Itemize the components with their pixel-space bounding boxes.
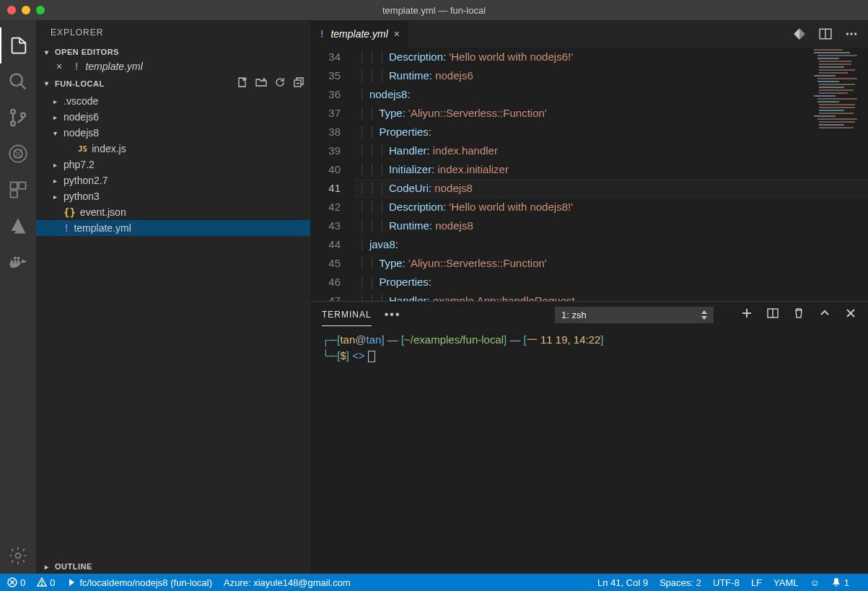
new-file-icon[interactable] <box>237 76 248 90</box>
activity-settings[interactable] <box>0 538 36 574</box>
activity-azure[interactable] <box>0 208 36 244</box>
window-close-button[interactable] <box>7 6 16 14</box>
outline-header[interactable]: ▸ OUTLINE <box>36 559 310 574</box>
status-notifications[interactable]: 1 <box>831 577 849 588</box>
svg-rect-10 <box>11 261 14 263</box>
status-azure[interactable]: Azure: xiayule148@gmail.com <box>224 577 351 588</box>
tree-folder[interactable]: ▸php7.2 <box>36 157 310 172</box>
tree-file[interactable]: JSindex.js <box>36 141 310 157</box>
tree-folder[interactable]: ▸nodejs6 <box>36 109 310 125</box>
svg-rect-11 <box>14 261 17 263</box>
open-editors-header[interactable]: ▾ OPEN EDITORS <box>36 45 310 59</box>
collapse-all-icon[interactable] <box>293 76 304 90</box>
activity-source-control[interactable] <box>0 100 36 136</box>
svg-rect-34 <box>819 84 855 85</box>
svg-rect-29 <box>819 69 855 71</box>
status-encoding[interactable]: UTF-8 <box>713 577 740 588</box>
status-spaces[interactable]: Spaces: 2 <box>659 577 701 588</box>
svg-point-60 <box>42 585 43 585</box>
folder-name: .vscode <box>63 95 98 107</box>
refresh-icon[interactable] <box>274 76 286 90</box>
svg-rect-22 <box>814 49 843 51</box>
window-maximize-button[interactable] <box>36 6 45 14</box>
editor-area: !template.yml× 3435363738394041424344454… <box>310 20 868 574</box>
tree-folder[interactable]: ▸.vscode <box>36 93 310 109</box>
svg-point-3 <box>11 121 15 126</box>
svg-rect-8 <box>19 183 25 189</box>
activity-docker[interactable] <box>0 244 36 280</box>
svg-rect-48 <box>819 124 844 126</box>
kill-terminal-icon[interactable] <box>793 307 805 322</box>
tree-folder[interactable]: ▸python3 <box>36 188 310 204</box>
tree-folder[interactable]: ▾nodejs8 <box>36 125 310 141</box>
close-terminal-icon[interactable] <box>845 307 856 322</box>
close-tab-icon[interactable]: × <box>394 28 400 40</box>
open-editor-item[interactable]: ×!template.yml <box>36 59 310 74</box>
project-header[interactable]: ▾ FUN-LOCAL <box>36 74 310 93</box>
status-context[interactable]: fc/localdemo/nodejs8 (fun-local) <box>66 577 212 588</box>
outline-label: OUTLINE <box>55 562 92 571</box>
svg-point-20 <box>850 32 852 35</box>
split-editor-icon[interactable] <box>819 27 832 40</box>
svg-point-21 <box>854 32 856 35</box>
svg-rect-7 <box>11 183 17 189</box>
status-feedback[interactable]: ☺ <box>810 577 819 588</box>
svg-rect-43 <box>819 110 844 111</box>
activity-search[interactable] <box>0 64 36 100</box>
file-name: index.js <box>92 143 126 154</box>
terminal-tab[interactable]: TERMINAL <box>322 304 372 326</box>
editor-tab[interactable]: !template.yml× <box>310 20 409 48</box>
new-terminal-icon[interactable] <box>741 307 753 322</box>
status-warnings[interactable]: 0 <box>37 577 55 588</box>
new-folder-icon[interactable] <box>255 76 267 90</box>
svg-rect-49 <box>819 127 854 128</box>
svg-rect-38 <box>814 95 836 97</box>
folder-name: nodejs6 <box>63 111 99 123</box>
svg-rect-39 <box>817 98 857 100</box>
svg-rect-12 <box>17 261 20 263</box>
minimap[interactable] <box>810 48 868 156</box>
tree-file[interactable]: !template.yml <box>36 220 310 236</box>
terminal-more-icon[interactable]: ••• <box>385 308 401 321</box>
folder-name: php7.2 <box>63 159 95 170</box>
folder-name: nodejs8 <box>63 127 99 139</box>
tree-folder[interactable]: ▸python2.7 <box>36 172 310 188</box>
maximize-terminal-icon[interactable] <box>819 307 830 322</box>
chevron-right-icon: ▸ <box>42 563 52 571</box>
svg-rect-44 <box>819 113 854 114</box>
status-eol[interactable]: LF <box>751 577 762 588</box>
code-editor[interactable]: 3435363738394041424344454647 │ │ │ Descr… <box>310 48 868 301</box>
split-terminal-icon[interactable] <box>767 307 779 322</box>
terminal-panel: TERMINAL ••• 1: zsh ┌─[tan@tan] — [~/exa… <box>310 301 868 574</box>
svg-rect-45 <box>814 115 836 117</box>
terminal-selector[interactable]: 1: zsh <box>555 307 714 323</box>
status-errors[interactable]: 0 <box>7 577 25 588</box>
more-actions-icon[interactable] <box>845 27 858 40</box>
gutter: 3435363738394041424344454647 <box>310 48 354 301</box>
svg-rect-37 <box>819 92 848 94</box>
tree-file[interactable]: {}event.json <box>36 204 310 220</box>
window-minimize-button[interactable] <box>22 6 30 14</box>
status-position[interactable]: Ln 41, Col 9 <box>597 577 648 588</box>
close-icon[interactable]: × <box>56 61 68 72</box>
terminal-body[interactable]: ┌─[tan@tan] — [~/examples/fun-local] — [… <box>310 328 868 574</box>
svg-rect-46 <box>817 118 857 120</box>
file-icon: JS <box>78 144 87 154</box>
activity-debug[interactable] <box>0 136 36 172</box>
compare-icon[interactable] <box>793 27 806 40</box>
status-lang[interactable]: YAML <box>773 577 798 588</box>
file-name: template.yml <box>74 222 131 234</box>
activity-explorer[interactable] <box>0 27 36 64</box>
svg-point-15 <box>16 553 21 559</box>
code-content[interactable]: │ │ │ Description: 'Hello world with nod… <box>354 48 868 301</box>
chevron-right-icon: ▸ <box>51 177 59 185</box>
file-name: event.json <box>80 206 126 218</box>
activity-extensions[interactable] <box>0 172 36 208</box>
svg-rect-14 <box>17 257 20 260</box>
chevron-right-icon: ▸ <box>51 161 59 169</box>
svg-point-4 <box>21 113 25 118</box>
svg-rect-35 <box>819 87 844 88</box>
svg-point-2 <box>11 110 15 114</box>
activity-bar <box>0 20 36 574</box>
tab-bar: !template.yml× <box>310 20 868 48</box>
